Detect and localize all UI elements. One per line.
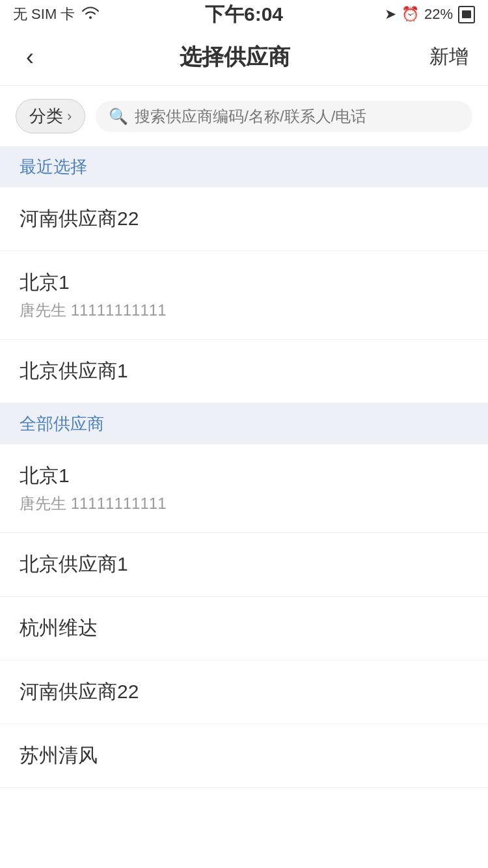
add-button[interactable]: 新增	[429, 44, 468, 70]
list-item[interactable]: 河南供应商22	[0, 660, 488, 724]
item-name: 河南供应商22	[20, 206, 468, 232]
item-name: 北京1	[20, 269, 468, 296]
list-item[interactable]: 河南供应商22	[0, 187, 488, 251]
recent-items-list: 河南供应商22北京1唐先生 11111111111北京供应商1	[0, 187, 488, 403]
item-name: 河南供应商22	[20, 679, 468, 705]
battery-label: 22%	[424, 6, 453, 23]
status-left: 无 SIM 卡	[13, 5, 100, 24]
status-right: ➤ ⏰ 22%	[385, 6, 475, 23]
list-item[interactable]: 北京供应商1	[0, 340, 488, 403]
chevron-right-icon: ›	[67, 108, 72, 125]
status-time: 下午6:04	[205, 1, 283, 28]
all-items-list: 北京1唐先生 11111111111北京供应商1杭州维达河南供应商22苏州清风	[0, 444, 488, 788]
nav-bar: ‹ 选择供应商 新增	[0, 29, 488, 86]
status-bar: 无 SIM 卡 下午6:04 ➤ ⏰ 22%	[0, 0, 488, 29]
list-item[interactable]: 杭州维达	[0, 597, 488, 660]
list-item[interactable]: 北京1唐先生 11111111111	[0, 251, 488, 340]
filter-bar: 分类 › 🔍	[0, 86, 488, 146]
carrier-label: 无 SIM 卡	[13, 5, 75, 24]
alarm-icon: ⏰	[401, 6, 419, 23]
item-name: 苏州清风	[20, 742, 468, 769]
item-name: 北京1	[20, 463, 468, 489]
category-button[interactable]: 分类 ›	[16, 99, 85, 133]
list-item[interactable]: 北京供应商1	[0, 533, 488, 597]
all-section-header: 全部供应商	[0, 403, 488, 444]
list-item[interactable]: 苏州清风	[0, 724, 488, 788]
search-icon: 🔍	[109, 107, 128, 126]
search-input[interactable]	[135, 107, 459, 126]
battery-icon	[458, 6, 475, 23]
category-label: 分类	[29, 105, 63, 128]
item-name: 杭州维达	[20, 615, 468, 642]
item-name: 北京供应商1	[20, 551, 468, 578]
item-sub: 唐先生 11111111111	[20, 300, 468, 321]
item-sub: 唐先生 11111111111	[20, 493, 468, 514]
wifi-icon	[81, 6, 100, 23]
list-item[interactable]: 北京1唐先生 11111111111	[0, 444, 488, 533]
back-button[interactable]: ‹	[20, 37, 40, 77]
page-title: 选择供应商	[180, 42, 290, 72]
recent-section-label: 最近选择	[20, 157, 87, 176]
location-icon: ➤	[385, 6, 396, 23]
search-box: 🔍	[96, 101, 472, 132]
recent-section-header: 最近选择	[0, 146, 488, 187]
all-section-label: 全部供应商	[20, 414, 104, 433]
item-name: 北京供应商1	[20, 358, 468, 385]
